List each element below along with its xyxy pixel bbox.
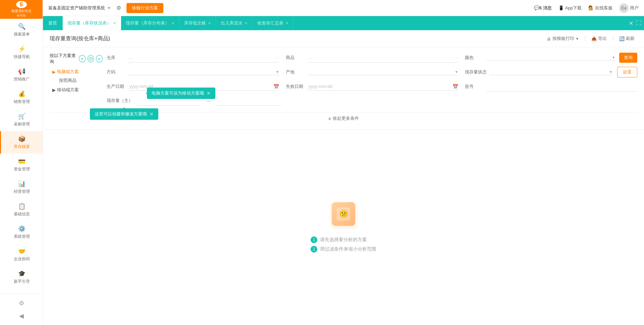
sidebar-item-search[interactable]: 🔍 搜索菜单 bbox=[0, 19, 43, 41]
scheme-panel: 按以下方案查询 + ⊙ « ▶ 电脑端方案 按照商品 bbox=[50, 53, 107, 94]
notification-wrap[interactable]: 💬 6 消息 bbox=[534, 5, 552, 11]
sidebar-item-label: 搜索菜单 bbox=[14, 32, 30, 37]
goods-input[interactable] bbox=[307, 54, 454, 61]
sidebar-item-sales[interactable]: 💰 销售管理 bbox=[0, 86, 43, 109]
sidebar-collapse-btn[interactable]: ◀ bbox=[18, 311, 25, 321]
sidebar-item-nav[interactable]: ⚡ 快捷导航 bbox=[0, 41, 43, 64]
batch-field: 批号 bbox=[465, 82, 637, 92]
tab-label: 现存量（库存分布表） bbox=[126, 20, 169, 26]
goods-control: ··· bbox=[307, 53, 458, 63]
print-icon: 🖨 bbox=[547, 36, 551, 41]
sidebar-item-baseinfo[interactable]: 📋 基础信息 bbox=[0, 199, 43, 221]
tooltip1-text: 电脑方案可设为移动方案哦 bbox=[152, 90, 204, 96]
print-btn[interactable]: 🖨 按模板打印 ▼ bbox=[544, 34, 582, 43]
sidebar-item-system[interactable]: ⚙️ 系统管理 bbox=[0, 221, 43, 243]
pc-scheme-child[interactable]: 按照商品 bbox=[50, 76, 103, 85]
sidebar-item-label: 采购管理 bbox=[14, 121, 30, 127]
tab-fullscreen-btn[interactable]: ⛶ bbox=[636, 20, 641, 26]
guide-icon: 🎓 bbox=[18, 270, 25, 277]
goods-dots[interactable]: ··· bbox=[454, 55, 458, 60]
tab-inventory-status[interactable]: 现存量（库存状况表） ✕ bbox=[63, 16, 121, 30]
tab-home[interactable]: 首页 bbox=[43, 16, 63, 30]
tab-close-icon[interactable]: ✕ bbox=[113, 21, 116, 25]
tooltip2-close[interactable]: ✕ bbox=[150, 111, 154, 117]
step2-text: 用过滤条件来缩小分析范围 bbox=[320, 246, 376, 252]
pc-scheme-item[interactable]: ▶ 电脑端方案 bbox=[50, 67, 103, 76]
sidebar-item-cooperation[interactable]: 🤝 企业协同 bbox=[0, 243, 43, 266]
service-icon: 💁 bbox=[588, 5, 594, 10]
stock-qty-label: 现存量（主） bbox=[107, 98, 133, 104]
message-label: 消息 bbox=[543, 5, 552, 11]
expire-date-input[interactable] bbox=[307, 84, 452, 89]
reset-btn[interactable]: 设置 bbox=[617, 67, 637, 77]
sidebar: 6 畅捷通好生意 标准版 🔍 搜索菜单 ⚡ 快捷导航 📢 营销推广 💰 销售管理… bbox=[0, 0, 43, 325]
sidebar-settings-btn[interactable]: ⚙ bbox=[17, 298, 25, 308]
inventory-icon: 📦 bbox=[18, 135, 25, 143]
expire-date-calendar-icon[interactable]: 📅 bbox=[452, 84, 458, 89]
logo-icon: 6 bbox=[16, 1, 27, 8]
tab-close-icon[interactable]: ✕ bbox=[208, 21, 211, 25]
collapse-label: 收起更多条件 bbox=[333, 115, 359, 121]
avatar-initial: Ea bbox=[622, 6, 627, 10]
tab-close-all-btn[interactable]: ✕ bbox=[629, 20, 633, 26]
export-btn[interactable]: 📤 导出 bbox=[589, 34, 609, 43]
search-icon: 🔍 bbox=[18, 23, 25, 30]
stock-status-control: ▼ bbox=[489, 69, 612, 75]
sidebar-item-purchase[interactable]: 🛒 采购管理 bbox=[0, 109, 43, 131]
header-right: 💬 6 消息 📱 App下载 💁 在线客服 Ea 用户 bbox=[534, 3, 639, 13]
app-download-label: App下载 bbox=[565, 5, 582, 11]
tab-summary[interactable]: 收发存汇总表 ✕ bbox=[253, 16, 293, 30]
color-chevron: ▼ bbox=[612, 56, 615, 59]
user-btn[interactable]: Ea 用户 bbox=[619, 3, 639, 13]
expand-icon: ▶ bbox=[52, 69, 56, 74]
tab-close-icon[interactable]: ✕ bbox=[285, 21, 288, 25]
batch-input[interactable] bbox=[486, 83, 637, 90]
origin-label: 产地 bbox=[286, 69, 305, 75]
online-service-btn[interactable]: 💁 在线客服 bbox=[588, 5, 612, 11]
size-control: ▼ bbox=[128, 69, 279, 75]
finance-icon: 💳 bbox=[18, 158, 25, 165]
filter-main-row: 按以下方案查询 + ⊙ « ▶ 电脑端方案 按照商品 bbox=[50, 53, 637, 110]
sidebar-item-operation[interactable]: 📊 经营管理 bbox=[0, 176, 43, 199]
settings-icon[interactable]: ⚙ bbox=[116, 5, 121, 11]
expand-icon2: ▶ bbox=[52, 88, 56, 93]
sidebar-item-inventory[interactable]: 📦 库存核算 bbox=[0, 131, 43, 154]
warehouse-input[interactable] bbox=[128, 54, 275, 61]
back-scheme-btn[interactable]: « bbox=[96, 55, 103, 62]
sidebar-item-label: 经营管理 bbox=[14, 189, 30, 195]
page-header: 现存量查询(按仓库+商品) 🖨 按模板打印 ▼ 📤 导出 🔄 刷新 bbox=[43, 30, 644, 47]
experience-btn[interactable]: 体验行业方案 bbox=[126, 3, 163, 13]
tab-close-icon[interactable]: ✕ bbox=[245, 21, 248, 25]
nav-icon: ⚡ bbox=[18, 45, 25, 53]
tab-inventory-dist[interactable]: 现存量（库存分布表） ✕ bbox=[121, 16, 179, 30]
search-btn[interactable]: 查询 bbox=[619, 53, 637, 63]
empty-step-1: 1 请先选择要分析的方案 bbox=[311, 236, 376, 243]
mobile-scheme-item[interactable]: ▶ 移动端方案 bbox=[50, 85, 103, 94]
tab-batch[interactable]: 库存批次账 ✕ bbox=[179, 16, 216, 30]
pc-scheme-label: 电脑端方案 bbox=[57, 69, 79, 75]
tab-label: 现存量（库存状况表） bbox=[67, 20, 111, 26]
sidebar-item-finance[interactable]: 💳 资金管理 bbox=[0, 154, 43, 176]
sidebar-item-guide[interactable]: 🎓 新手引导 bbox=[0, 266, 43, 288]
collapse-btn[interactable]: ∧ 收起更多条件 bbox=[328, 115, 359, 121]
page-title: 现存量查询(按仓库+商品) bbox=[50, 35, 110, 42]
app-download-btn[interactable]: 📱 App下载 bbox=[558, 5, 582, 11]
tooltip1-close[interactable]: ✕ bbox=[207, 91, 211, 96]
more-scheme-btn[interactable]: ⊙ bbox=[88, 55, 94, 62]
tab-flow[interactable]: 出入库流水 ✕ bbox=[216, 16, 253, 30]
add-scheme-btn[interactable]: + bbox=[79, 55, 86, 62]
empty-step-2: 2 用过滤条件来缩小分析范围 bbox=[311, 246, 376, 253]
stock-qty-to-input[interactable] bbox=[216, 97, 281, 104]
tab-close-icon[interactable]: ✕ bbox=[171, 21, 174, 25]
tooltip-scheme-2: 这里可以创建和修改方案哦 ✕ bbox=[90, 108, 158, 120]
sidebar-item-marketing[interactable]: 📢 营销推广 bbox=[0, 64, 43, 86]
fields-panel: 仓库 ··· 商品 ··· bbox=[107, 53, 637, 110]
tab-label: 收发存汇总表 bbox=[257, 20, 283, 26]
warehouse-dots[interactable]: ··· bbox=[275, 55, 279, 60]
page-content: 现存量查询(按仓库+商品) 🖨 按模板打印 ▼ 📤 导出 🔄 刷新 bbox=[43, 30, 644, 325]
tab-bar-right: ✕ ⛶ bbox=[626, 16, 644, 30]
sidebar-item-label: 基础信息 bbox=[14, 211, 30, 217]
refresh-btn[interactable]: 🔄 刷新 bbox=[616, 34, 637, 43]
prod-date-calendar-icon[interactable]: 📅 bbox=[273, 84, 279, 89]
cooperation-icon: 🤝 bbox=[18, 248, 25, 255]
